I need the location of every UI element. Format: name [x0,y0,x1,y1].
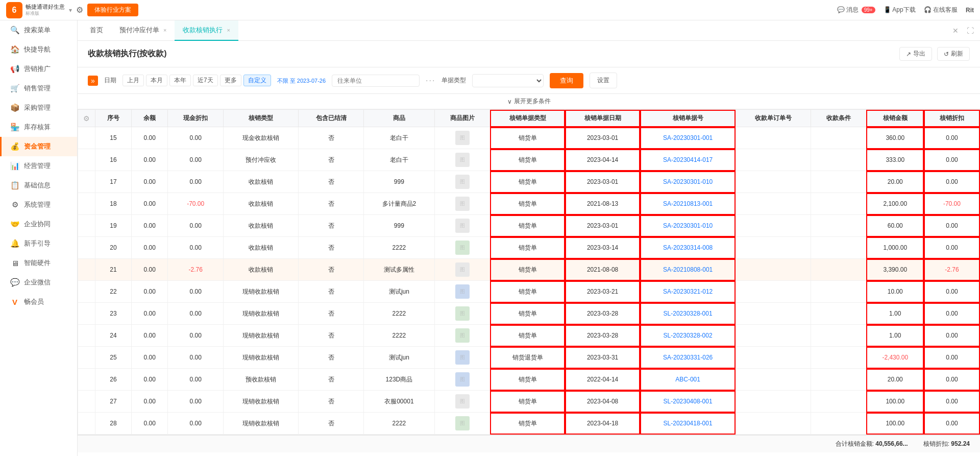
counterparty-input[interactable] [332,75,420,87]
cell-settings [78,303,95,325]
sidebar-item-marketing[interactable]: 📢 营销推广 [0,59,77,79]
date-btn-this-month[interactable]: 本月 [146,75,167,86]
tab-close-all-button[interactable]: ✕ [950,25,961,37]
cell-seq: 25 [95,347,132,369]
col-cash-discount: 现金折扣 [168,110,224,127]
date-btn-this-year[interactable]: 本年 [169,75,191,86]
page-header: 收款核销执行(按收款) ↗ 导出 ↺ 刷新 [78,41,980,67]
cell-seq: 17 [95,171,132,193]
cell-product: 999 [364,171,435,193]
sidebar-item-basic-info[interactable]: 📋 基础信息 [0,176,77,195]
table-header: ⚙ 序号 余额 现金折扣 核销类型 包含已结清 商品 商品图片 核销单据类型 核… [78,110,980,127]
filter-expand-button[interactable]: » [88,76,98,86]
cell-verify-bill-no: SA-20230301-001 [640,127,736,149]
cell-verify-discount: 0.00 [924,149,979,171]
cell-seq: 20 [95,237,132,259]
sidebar-item-system[interactable]: ⚙ 系统管理 [0,195,77,214]
cell-cash-discount: 0.00 [168,347,224,369]
cell-settings [78,215,95,237]
industry-solution-button[interactable]: 体验行业方案 [87,4,138,16]
cell-receipt-cond [811,237,866,259]
cell-product-img: 图 [434,281,490,303]
top-bar-right: 💬 消息 99+ 📱 App下载 🎧 在线客服 Rit [837,6,974,14]
date-btn-last-7days[interactable]: 近7天 [193,75,218,86]
date-btn-custom[interactable]: 自定义 [243,75,271,86]
cell-verify-bill-no: SA-20230414-017 [640,149,736,171]
date-btn-last-month[interactable]: 上月 [122,75,144,86]
cell-verify-date: 2023-04-18 [565,413,640,435]
export-button[interactable]: ↗ 导出 [899,47,932,61]
cell-settings [78,369,95,391]
cell-include-settled: 否 [299,281,364,303]
table-row: 23 0.00 0.00 现销收款核销 否 2222 图 销货单 2023-03… [78,303,980,325]
cell-receipt-order-no [736,171,811,193]
tab-receipt-verify[interactable]: 收款核销执行 × [175,20,238,41]
cell-verify-bill-type: 销货单 [490,215,565,237]
sidebar-item-member[interactable]: V 畅会员 [0,292,77,311]
cell-cash-discount: -2.76 [168,259,224,281]
online-service-link[interactable]: 🎧 在线客服 [924,6,958,14]
tab-receipt-verify-close[interactable]: × [227,27,230,33]
operations-icon: 📊 [10,161,20,171]
col-receipt-cond: 收款条件 [811,110,866,127]
app-download-link[interactable]: 📱 App下载 [884,6,916,14]
message-link[interactable]: 💬 消息 99+ [837,6,875,14]
query-button[interactable]: 查询 [550,73,583,88]
gear-icon[interactable]: ⚙ [76,5,83,15]
cell-verify-amount: 100.00 [866,413,924,435]
refresh-button[interactable]: ↺ 刷新 [937,47,970,61]
chevron-down-icon: ∨ [507,98,512,105]
column-settings-button[interactable]: ⚙ [83,114,90,123]
cell-verify-bill-no: SA-20210808-001 [640,259,736,281]
page-header-actions: ↗ 导出 ↺ 刷新 [899,47,970,61]
cell-verify-type: 收款核销 [224,215,299,237]
tab-home[interactable]: 首页 [82,20,111,41]
cell-cash-discount: 0.00 [168,149,224,171]
sidebar-item-guide[interactable]: 🔔 新手引导 [0,234,77,253]
sidebar-item-wechat[interactable]: 💬 企业微信 [0,273,77,292]
date-btn-more[interactable]: 更多 [220,75,241,86]
cell-include-settled: 否 [299,413,364,435]
cell-verify-date: 2023-03-01 [565,171,640,193]
cell-seq: 24 [95,325,132,347]
sidebar-item-purchase[interactable]: 📦 采购管理 [0,98,77,117]
cell-include-settled: 否 [299,215,364,237]
sidebar-menu: 🔍 搜索菜单 🏠 快捷导航 📢 营销推广 🛒 销售管理 📦 采购管理 🏪 [0,20,77,456]
cell-verify-type: 现销收款核销 [224,303,299,325]
sidebar-item-quick-nav[interactable]: 🏠 快捷导航 [0,40,77,59]
cooperation-icon: 🤝 [10,220,20,229]
cell-balance: 0.00 [132,281,168,303]
cell-verify-bill-no: SL-20230418-001 [640,413,736,435]
cell-product-img: 图 [434,259,490,281]
receipt-type-select[interactable] [472,74,544,87]
user-name[interactable]: Rit [966,7,974,14]
tab-prepay-close[interactable]: × [163,27,166,33]
settings-button[interactable]: 设置 [590,73,617,88]
cell-include-settled: 否 [299,127,364,149]
cell-verify-discount: 0.00 [924,303,979,325]
cell-settings [78,237,95,259]
col-product: 商品 [364,110,435,127]
sidebar-item-finance[interactable]: 💰 资金管理 [0,137,77,156]
sidebar-item-search[interactable]: 🔍 搜索菜单 [0,20,77,40]
cell-receipt-cond [811,259,866,281]
sidebar-item-sales[interactable]: 🛒 销售管理 [0,79,77,98]
col-include-settled: 包含已结清 [299,110,364,127]
sidebar-item-smart-hw[interactable]: 🖥 智能硬件 [0,253,77,273]
sidebar-item-operations[interactable]: 📊 经营管理 [0,156,77,176]
cell-product: 2222 [364,237,435,259]
cell-settings [78,325,95,347]
cell-verify-bill-type: 销货单 [490,127,565,149]
tab-expand-button[interactable]: ⛶ [965,25,976,37]
tab-prepay[interactable]: 预付冲应付单 × [111,20,175,41]
cell-verify-type: 现销收款核销 [224,347,299,369]
chevron-down-icon[interactable]: ▾ [69,7,72,14]
cell-verify-type: 收款核销 [224,259,299,281]
sidebar-item-inventory[interactable]: 🏪 库存核算 [0,117,77,137]
sidebar-item-cooperation[interactable]: 🤝 企业协同 [0,214,77,234]
cell-verify-amount: -2,430.00 [866,347,924,369]
expand-more-button[interactable]: ∨ 展开更多条件 [507,97,551,106]
sales-icon: 🛒 [10,84,20,93]
cell-verify-bill-no: SA-20230321-012 [640,281,736,303]
cell-verify-bill-type: 销货单 [490,171,565,193]
